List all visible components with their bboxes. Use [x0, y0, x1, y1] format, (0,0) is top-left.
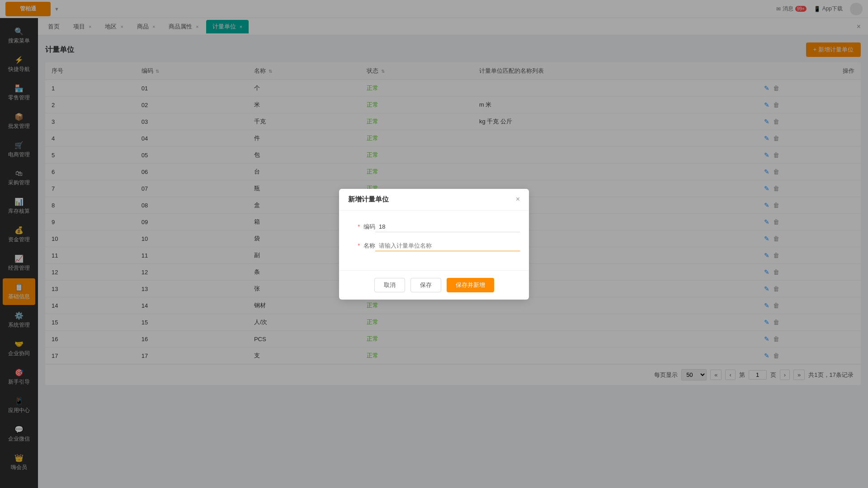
modal-header: 新增计量单位 ×: [339, 189, 529, 211]
modal-body: * 编码 * 名称: [339, 211, 529, 270]
modal-close-button[interactable]: ×: [516, 195, 520, 203]
modal-overlay[interactable]: 新增计量单位 × * 编码 * 名称 取消 保存 保存并新增: [0, 0, 868, 488]
name-form-row: * 名称: [348, 240, 520, 251]
required-star-name: *: [358, 242, 360, 249]
modal-title: 新增计量单位: [348, 195, 389, 204]
save-button[interactable]: 保存: [410, 278, 441, 292]
code-input[interactable]: [375, 221, 520, 232]
required-star-code: *: [358, 223, 360, 230]
modal-footer: 取消 保存 保存并新增: [339, 270, 529, 300]
name-input[interactable]: [375, 240, 520, 251]
add-unit-modal: 新增计量单位 × * 编码 * 名称 取消 保存 保存并新增: [339, 189, 529, 300]
save-and-new-button[interactable]: 保存并新增: [447, 278, 494, 292]
code-label: * 编码: [348, 223, 375, 231]
name-label: * 名称: [348, 242, 375, 250]
code-form-row: * 编码: [348, 221, 520, 232]
cancel-button[interactable]: 取消: [374, 278, 405, 292]
